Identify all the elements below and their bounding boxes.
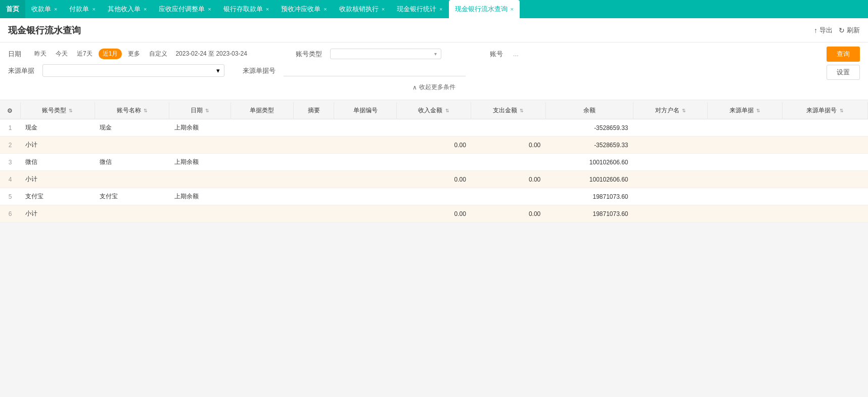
counterparty-cell xyxy=(633,137,708,154)
close-icon[interactable]: × xyxy=(266,0,269,18)
date-today[interactable]: 今天 xyxy=(53,49,71,59)
source-doc-cell xyxy=(708,119,782,137)
doc-no-cell xyxy=(334,137,397,154)
source-doc-cell xyxy=(708,154,782,171)
close-icon[interactable]: × xyxy=(324,0,327,18)
refresh-icon: ↻ xyxy=(839,26,845,34)
date-yesterday[interactable]: 昨天 xyxy=(31,49,50,59)
account-name-cell xyxy=(95,137,169,154)
account-name-cell: 微信 xyxy=(95,154,169,171)
income-cell: 0.00 xyxy=(396,137,471,154)
close-icon[interactable]: × xyxy=(92,0,95,18)
income-cell: 0.00 xyxy=(396,205,471,223)
nav-writeoff[interactable]: 收款核销执行 × xyxy=(333,0,391,18)
nav-cash-flow[interactable]: 现金银行流水查询 × xyxy=(449,0,520,18)
source-doc-no-cell xyxy=(782,171,867,188)
expense-cell xyxy=(471,188,545,205)
balance-cell: 100102606.60 xyxy=(545,171,633,188)
source-doc-no-cell xyxy=(782,137,867,154)
doc-no-cell xyxy=(334,188,397,205)
filter-row-2: 来源单据 ▾ 来源单据号 xyxy=(8,64,860,77)
data-table: ⚙ 账号类型 ⇅ 账号名称 ⇅ 日期 ⇅ 单据类型 摘要 xyxy=(0,102,868,223)
table-row: 1现金现金上期余额-3528659.33 xyxy=(0,119,868,137)
col-date[interactable]: 日期 ⇅ xyxy=(169,102,231,119)
sort-icon: ⇅ xyxy=(520,108,524,113)
doc-no-cell xyxy=(334,205,397,223)
col-account-name[interactable]: 账号名称 ⇅ xyxy=(95,102,169,119)
col-source-doc[interactable]: 来源单据 ⇅ xyxy=(708,102,782,119)
close-icon[interactable]: × xyxy=(439,0,442,18)
source-doc-cell xyxy=(708,188,782,205)
account-type-cell: 现金 xyxy=(20,119,95,137)
page-header: 现金银行流水查询 ↑ 导出 ↻ 刷新 xyxy=(0,18,868,42)
nav-home[interactable]: 首页 xyxy=(0,0,25,18)
refresh-button[interactable]: ↻ 刷新 xyxy=(839,26,860,35)
col-source-doc-no[interactable]: 来源单据号 ⇅ xyxy=(782,102,867,119)
date-range-display: 2023-02-24 至 2023-03-24 xyxy=(175,50,247,58)
date-1month[interactable]: 近1月 xyxy=(99,49,122,59)
table-row: 4小计0.000.00100102606.60 xyxy=(0,171,868,188)
summary-cell xyxy=(293,119,334,137)
nav-receipt[interactable]: 收款单 × xyxy=(25,0,63,18)
close-icon[interactable]: × xyxy=(382,0,385,18)
col-income[interactable]: 收入金额 ⇅ xyxy=(396,102,471,119)
expense-cell: 0.00 xyxy=(471,171,545,188)
source-doc-select[interactable]: ▾ xyxy=(42,64,224,77)
source-doc-no-input[interactable] xyxy=(284,65,466,76)
source-doc-cell xyxy=(708,171,782,188)
source-doc-no-cell xyxy=(782,154,867,171)
close-icon[interactable]: × xyxy=(511,0,514,18)
expense-cell xyxy=(471,119,545,137)
query-button[interactable]: 查询 xyxy=(827,47,860,62)
date-cell: 上期余额 xyxy=(169,188,231,205)
account-type-select[interactable]: ▾ xyxy=(330,49,441,59)
gear-icon: ⚙ xyxy=(7,107,13,114)
account-name-cell: 现金 xyxy=(95,119,169,137)
settings-button[interactable]: 设置 xyxy=(827,65,860,80)
date-custom[interactable]: 自定义 xyxy=(146,49,170,59)
sort-icon: ⇅ xyxy=(144,108,148,113)
nav-other-income[interactable]: 其他收入单 × xyxy=(102,0,153,18)
export-button[interactable]: ↑ 导出 xyxy=(814,26,833,35)
expense-cell: 0.00 xyxy=(471,205,545,223)
account-name-cell xyxy=(95,171,169,188)
col-counterparty[interactable]: 对方户名 ⇅ xyxy=(633,102,708,119)
source-doc-no-cell xyxy=(782,205,867,223)
col-account-type[interactable]: 账号类型 ⇅ xyxy=(20,102,95,119)
collapse-bar: ∧ 收起更多条件 xyxy=(8,81,860,94)
source-doc-no-cell xyxy=(782,188,867,205)
source-doc-cell xyxy=(708,137,782,154)
nav-prepay-offset[interactable]: 预收冲应收单 × xyxy=(275,0,333,18)
collapse-icon: ∧ xyxy=(413,84,417,91)
row-index: 3 xyxy=(0,154,20,171)
sort-icon: ⇅ xyxy=(445,108,449,113)
expense-cell: 0.00 xyxy=(471,137,545,154)
page-title: 现金银行流水查询 xyxy=(8,24,81,36)
col-expense[interactable]: 支出金额 ⇅ xyxy=(471,102,545,119)
income-cell xyxy=(396,119,471,137)
nav-ar-ap-adjust[interactable]: 应收应付调整单 × xyxy=(153,0,217,18)
doc-no-cell xyxy=(334,171,397,188)
date-cell: 上期余额 xyxy=(169,119,231,137)
col-doc-no: 单据编号 xyxy=(334,102,397,119)
balance-cell: 19871073.60 xyxy=(545,188,633,205)
income-cell: 0.00 xyxy=(396,171,471,188)
close-icon[interactable]: × xyxy=(144,0,147,18)
close-icon[interactable]: × xyxy=(54,0,57,18)
date-label: 日期 xyxy=(8,50,23,59)
nav-cash-stats[interactable]: 现金银行统计 × xyxy=(391,0,448,18)
account-more[interactable]: ... xyxy=(513,50,519,58)
close-icon[interactable]: × xyxy=(208,0,211,18)
summary-cell xyxy=(293,171,334,188)
nav-bank-deposit[interactable]: 银行存取款单 × xyxy=(217,0,275,18)
summary-cell xyxy=(293,137,334,154)
date-more[interactable]: 更多 xyxy=(125,49,143,59)
counterparty-cell xyxy=(633,188,708,205)
date-7days[interactable]: 近7天 xyxy=(74,49,96,59)
col-gear[interactable]: ⚙ xyxy=(0,102,20,119)
nav-payment[interactable]: 付款单 × xyxy=(63,0,101,18)
sort-icon: ⇅ xyxy=(682,108,686,113)
date-cell: 上期余额 xyxy=(169,154,231,171)
sort-icon: ⇅ xyxy=(69,108,73,113)
collapse-button[interactable]: ∧ 收起更多条件 xyxy=(404,81,464,94)
